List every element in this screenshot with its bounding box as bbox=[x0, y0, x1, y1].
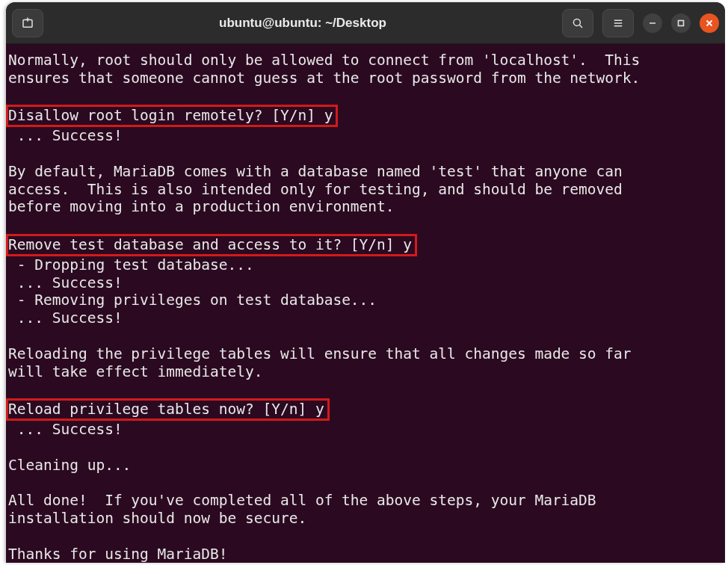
terminal-line: ... Success! bbox=[8, 309, 123, 327]
terminal-line: ... Success! bbox=[8, 274, 123, 291]
highlighted-prompt: Disallow root login remotely? [Y/n] y bbox=[6, 105, 338, 127]
terminal-line: - Removing privileges on test database..… bbox=[8, 291, 377, 309]
hamburger-menu-icon bbox=[611, 16, 625, 30]
window-title: ubuntu@ubuntu: ~/Desktop bbox=[49, 16, 556, 31]
terminal-line: ... Success! bbox=[8, 421, 123, 438]
highlighted-prompt: Reload privilege tables now? [Y/n] y bbox=[6, 398, 330, 421]
title-bar: ubuntu@ubuntu: ~/Desktop bbox=[6, 2, 725, 44]
terminal-line: will take effect immediately. bbox=[8, 363, 262, 380]
maximize-button[interactable] bbox=[671, 13, 691, 33]
maximize-icon bbox=[676, 19, 685, 28]
minimize-button[interactable] bbox=[643, 13, 662, 33]
terminal-line: All done! If you've completed all of the… bbox=[8, 492, 596, 509]
terminal-line: Reloading the privilege tables will ensu… bbox=[8, 345, 632, 362]
terminal-line: ... Success! bbox=[8, 127, 123, 144]
new-tab-icon bbox=[21, 16, 34, 30]
search-button[interactable] bbox=[562, 9, 593, 37]
svg-rect-9 bbox=[679, 20, 684, 25]
terminal-line: By default, MariaDB comes with a databas… bbox=[8, 163, 623, 180]
terminal-line: - Dropping test database... bbox=[8, 256, 254, 274]
terminal-line: Normally, root should only be allowed to… bbox=[8, 52, 640, 69]
terminal-line: before moving into a production environm… bbox=[8, 198, 395, 215]
search-icon bbox=[571, 16, 584, 30]
close-icon bbox=[705, 19, 714, 28]
svg-point-3 bbox=[573, 19, 580, 25]
new-tab-button[interactable] bbox=[12, 9, 43, 37]
close-button[interactable] bbox=[700, 13, 719, 33]
terminal-line: installation should now be secure. bbox=[8, 510, 306, 527]
menu-button[interactable] bbox=[602, 9, 634, 37]
terminal-line: access. This is also intended only for t… bbox=[8, 181, 623, 198]
highlighted-prompt: Remove test database and access to it? [… bbox=[6, 234, 417, 256]
terminal-line: ensures that someone cannot guess at the… bbox=[8, 70, 640, 87]
terminal-output[interactable]: Normally, root should only be allowed to… bbox=[6, 44, 725, 563]
svg-line-4 bbox=[579, 25, 582, 28]
terminal-line: Thanks for using MariaDB! bbox=[8, 546, 228, 563]
terminal-window: ubuntu@ubuntu: ~/Desktop bbox=[6, 2, 725, 563]
terminal-line: Cleaning up... bbox=[8, 457, 131, 474]
minimize-icon bbox=[648, 19, 657, 28]
